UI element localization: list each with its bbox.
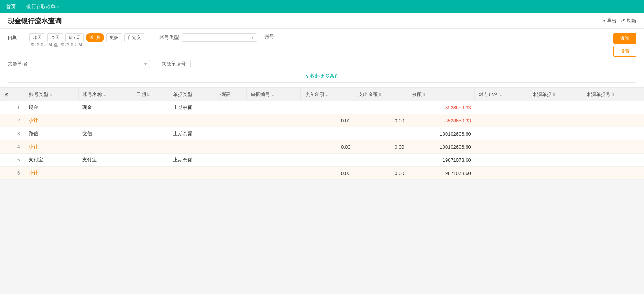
sort-icon: ⇅ bbox=[422, 93, 425, 97]
sort-icon: ⇅ bbox=[147, 93, 150, 97]
setting-button[interactable]: 设置 bbox=[613, 46, 636, 57]
td-balance: 100102606.60 bbox=[408, 140, 475, 154]
account-label: 账号 bbox=[264, 33, 283, 40]
filter-area: 日期 昨天今天近7天近1月更多自定义 2023-02-24 至 2023-03-… bbox=[0, 29, 644, 88]
source-doc-select[interactable]: ▾ bbox=[30, 60, 150, 68]
refresh-button[interactable]: ↺ 刷新 bbox=[621, 18, 636, 24]
td-expense: 0.00 bbox=[354, 140, 408, 154]
th-balance[interactable]: 余额⇅ bbox=[408, 88, 475, 101]
export-button[interactable]: ↗ 导出 bbox=[601, 18, 617, 24]
th-gear: ⚙ bbox=[0, 88, 14, 101]
td-income bbox=[300, 101, 354, 114]
td-source_doc_no bbox=[582, 154, 644, 167]
td-expense bbox=[354, 101, 408, 114]
td-income bbox=[300, 154, 354, 167]
td-doc_no bbox=[247, 114, 300, 127]
td-doc_type bbox=[169, 167, 216, 180]
date-btn-1[interactable]: 今天 bbox=[47, 33, 63, 42]
th-account_name[interactable]: 账号名称⇅ bbox=[78, 88, 132, 101]
refresh-label: 刷新 bbox=[627, 18, 636, 24]
td-gear bbox=[0, 154, 14, 167]
td-account_type: 小计 bbox=[25, 140, 78, 154]
td-gear bbox=[0, 101, 14, 114]
td-expense: 0.00 bbox=[354, 167, 408, 180]
td-index: 2 bbox=[14, 114, 25, 127]
td-date bbox=[132, 140, 169, 154]
account-type-select[interactable]: ▾ bbox=[182, 33, 257, 42]
td-account_name bbox=[78, 140, 132, 154]
nav-tab-4[interactable]: 银行存取款单× bbox=[22, 0, 74, 13]
td-source_doc_no bbox=[582, 127, 644, 140]
td-date bbox=[132, 154, 169, 167]
td-source_doc_no bbox=[582, 167, 644, 180]
main-table: ⚙账号类型⇅账号名称⇅日期⇅单据类型摘要单据编号⇅收入金额⇅支出金额⇅余额⇅对方… bbox=[0, 88, 644, 180]
date-btn-3[interactable]: 近1月 bbox=[86, 33, 104, 42]
td-income: 0.00 bbox=[300, 114, 354, 127]
top-nav: 首页 收款单×付款单×其他收入单×应收应付调整单×银行存取款单×预收冲应收单×收… bbox=[0, 0, 644, 13]
th-account_type[interactable]: 账号类型⇅ bbox=[25, 88, 78, 101]
td-income bbox=[300, 127, 354, 140]
query-button[interactable]: 查询 bbox=[613, 33, 636, 44]
date-buttons: 昨天今天近7天近1月更多自定义 bbox=[29, 33, 144, 42]
td-source_doc bbox=[528, 140, 582, 154]
page-header: 现金银行流水查询 ↗ 导出 ↺ 刷新 bbox=[0, 13, 644, 29]
table-row: 6小计0.000.0019871073.60 bbox=[0, 167, 644, 180]
td-account_type: 现金 bbox=[25, 101, 78, 114]
td-income: 0.00 bbox=[300, 140, 354, 154]
td-source_doc bbox=[528, 167, 582, 180]
td-source_doc_no bbox=[582, 114, 644, 127]
td-summary bbox=[216, 167, 247, 180]
sort-icon: ⇅ bbox=[552, 93, 555, 97]
sort-icon: ⇅ bbox=[325, 93, 328, 97]
date-btn-0[interactable]: 昨天 bbox=[29, 33, 45, 42]
td-source_doc bbox=[528, 127, 582, 140]
td-summary bbox=[216, 154, 247, 167]
td-doc_type: 上期余额 bbox=[169, 127, 216, 140]
nav-home[interactable]: 首页 bbox=[0, 0, 22, 13]
td-source_doc bbox=[528, 101, 582, 114]
export-icon: ↗ bbox=[601, 18, 605, 24]
chevron-down-icon-2: ▾ bbox=[144, 61, 147, 67]
th-date[interactable]: 日期⇅ bbox=[132, 88, 169, 101]
th-counterparty[interactable]: 对方户名⇅ bbox=[475, 88, 528, 101]
nav-tab-label: 银行存取款单 bbox=[26, 3, 56, 10]
table-row: 1现金现金上期余额-3528659.33 bbox=[0, 101, 644, 114]
td-source_doc_no bbox=[582, 101, 644, 114]
td-expense bbox=[354, 127, 408, 140]
date-btn-2[interactable]: 近7天 bbox=[65, 33, 84, 42]
account-type-label: 账号类型 bbox=[159, 34, 179, 41]
th-summary: 摘要 bbox=[216, 88, 247, 101]
td-counterparty bbox=[475, 114, 528, 127]
th-doc_no[interactable]: 单据编号⇅ bbox=[247, 88, 300, 101]
collapse-bar[interactable]: ∧ 收起更多条件 bbox=[8, 70, 636, 83]
date-btn-4[interactable]: 更多 bbox=[106, 33, 122, 42]
td-account_type: 小计 bbox=[25, 114, 78, 127]
th-source_doc_no[interactable]: 来源单据号⇅ bbox=[582, 88, 644, 101]
td-counterparty bbox=[475, 167, 528, 180]
td-doc_type bbox=[169, 140, 216, 154]
gear-icon[interactable]: ⚙ bbox=[5, 92, 9, 97]
table-row: 2小计0.000.00-3528659.33 bbox=[0, 114, 644, 127]
td-balance: -3528659.33 bbox=[408, 101, 475, 114]
td-index: 1 bbox=[14, 101, 25, 114]
td-counterparty bbox=[475, 140, 528, 154]
sort-icon: ⇅ bbox=[378, 93, 381, 97]
th-source_doc[interactable]: 来源单据⇅ bbox=[528, 88, 582, 101]
action-buttons: 查询 设置 bbox=[613, 33, 636, 57]
table-row: 4小计0.000.00100102606.60 bbox=[0, 140, 644, 154]
tab-close-icon[interactable]: × bbox=[57, 4, 59, 9]
th-expense[interactable]: 支出金额⇅ bbox=[354, 88, 408, 101]
chevron-down-icon: ▾ bbox=[251, 35, 254, 40]
date-btn-5[interactable]: 自定义 bbox=[124, 33, 144, 42]
td-index: 3 bbox=[14, 127, 25, 140]
td-date bbox=[132, 127, 169, 140]
td-account_name: 支付宝 bbox=[78, 154, 132, 167]
th-income[interactable]: 收入金额⇅ bbox=[300, 88, 354, 101]
source-doc-no-input[interactable] bbox=[190, 60, 310, 68]
td-source_doc bbox=[528, 154, 582, 167]
td-income: 0.00 bbox=[300, 167, 354, 180]
refresh-icon: ↺ bbox=[621, 18, 625, 24]
sort-icon: ⇅ bbox=[499, 93, 502, 97]
table-header: ⚙账号类型⇅账号名称⇅日期⇅单据类型摘要单据编号⇅收入金额⇅支出金额⇅余额⇅对方… bbox=[0, 88, 644, 101]
td-account_type: 微信 bbox=[25, 127, 78, 140]
